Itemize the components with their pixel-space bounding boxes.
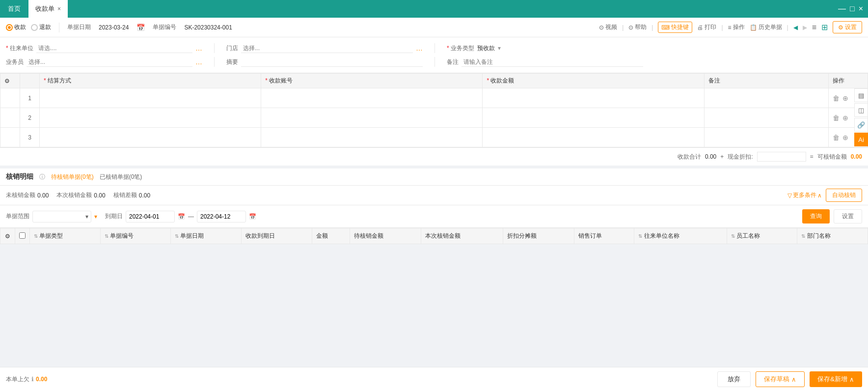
summary-input[interactable] xyxy=(241,57,423,67)
data-table-wrap: ⚙ ⇅ 单据类型 ⇅ 单据编号 xyxy=(0,228,868,244)
current-verification-item: 本次核销金额 0.00 xyxy=(56,191,105,199)
business-type-dropdown-icon[interactable]: ▾ xyxy=(498,45,501,52)
tab-home[interactable]: 首页 xyxy=(0,0,28,18)
form-area: 往来单位 … 门店 … 业务类型 预收款 ▾ 业务员 … xyxy=(0,37,868,73)
row-3-delete-icon[interactable]: 🗑 xyxy=(833,134,840,141)
row-3-settlement[interactable] xyxy=(40,128,261,147)
sort-icon-2[interactable]: ⇅ xyxy=(105,233,108,239)
row-2-copy-icon[interactable]: ⊕ xyxy=(842,114,848,122)
history-btn[interactable]: 📋 历史单据 xyxy=(750,23,782,31)
video-btn[interactable]: ⊙ 视频 xyxy=(599,23,617,31)
auto-verification-btn[interactable]: 自动核销 xyxy=(826,189,862,202)
shortcut-btn[interactable]: ⌨ 快捷键 xyxy=(658,22,692,33)
sort-icon-4[interactable]: ⇅ xyxy=(638,233,642,239)
sidebar-ai-icon[interactable]: Ai xyxy=(854,133,868,146)
operations-btn[interactable]: ≡ 操作 xyxy=(728,23,745,31)
shop-more-icon[interactable]: … xyxy=(416,44,423,52)
tab-receipt[interactable]: 收款单 × xyxy=(28,0,68,18)
window-close-icon[interactable]: × xyxy=(859,4,863,13)
select-all-checkbox[interactable] xyxy=(19,232,26,239)
pending-tab[interactable]: 待核销单据(0笔) xyxy=(51,173,94,181)
row-1-delete-icon[interactable]: 🗑 xyxy=(833,94,840,102)
date-value: 2023-03-24 xyxy=(99,24,129,31)
row-3-account[interactable] xyxy=(261,128,483,147)
discount-input[interactable] xyxy=(757,152,806,162)
row-3-copy-icon[interactable]: ⊕ xyxy=(842,134,848,141)
salesperson-more-icon[interactable]: … xyxy=(195,58,202,66)
row-3-remarks[interactable] xyxy=(704,128,828,147)
list-view-icon[interactable]: ≡ xyxy=(812,23,816,32)
sidebar-table-icon[interactable]: ▤ xyxy=(854,88,868,102)
refund-radio[interactable]: 退款 xyxy=(31,23,51,31)
shop-input[interactable] xyxy=(241,44,413,53)
business-type-field: 业务类型 预收款 ▾ xyxy=(447,44,619,53)
sort-icon-3[interactable]: ⇅ xyxy=(175,233,179,239)
remarks-input[interactable] xyxy=(461,57,643,67)
row-1-settlement[interactable] xyxy=(40,88,261,108)
row-2-delete-icon[interactable]: 🗑 xyxy=(833,114,840,122)
toolbar: 收款 退款 单据日期 2023-03-24 📅 单据编号 SK-20230324… xyxy=(0,18,868,37)
maximize-icon[interactable]: □ xyxy=(850,4,855,13)
calendar-from-icon[interactable]: 📅 xyxy=(178,213,185,220)
refund-radio-label: 退款 xyxy=(39,23,51,31)
form-divider-3 xyxy=(214,57,215,67)
date-separator: — xyxy=(188,213,194,220)
save-draft-btn[interactable]: 保存草稿 ∧ xyxy=(756,371,805,387)
sidebar-link-icon[interactable]: 🔗 xyxy=(854,118,868,132)
sidebar-layout-icon[interactable]: ◫ xyxy=(854,103,868,117)
discard-btn[interactable]: 放弃 xyxy=(717,371,751,387)
date-from-input[interactable] xyxy=(126,211,175,223)
row-2-empty xyxy=(0,108,20,128)
counterpart-more-icon[interactable]: … xyxy=(195,44,202,52)
more-conditions-btn[interactable]: ▽ 更多条件 ∧ xyxy=(787,191,822,199)
verification-section: 核销明细 ⓘ 待核销单据(0笔) 已核销单据(0笔) 未核销金额 0.00 本次… xyxy=(0,168,868,244)
checkbox-th[interactable] xyxy=(15,228,30,244)
tab-receipt-label: 收款单 xyxy=(35,4,54,13)
sort-icon[interactable]: ⇅ xyxy=(34,233,38,239)
range-dropdown-icon[interactable]: ▾ xyxy=(94,213,97,220)
verification-info-icon[interactable]: ⓘ xyxy=(39,173,45,181)
footer-info-icon[interactable]: ℹ xyxy=(31,376,34,383)
table-row: 3 🗑 ⊕ xyxy=(0,128,868,147)
prev-icon[interactable]: ◀ xyxy=(793,24,798,31)
next-icon[interactable]: ▶ xyxy=(803,24,807,31)
row-1-remarks[interactable] xyxy=(704,88,828,108)
settings-col-header[interactable]: ⚙ xyxy=(0,74,20,88)
row-2-account[interactable] xyxy=(261,108,483,128)
setting-button[interactable]: ⚙ 设置 xyxy=(833,21,862,33)
range-select[interactable] xyxy=(32,211,91,223)
save-new-btn[interactable]: 保存&新增 ∧ xyxy=(810,371,862,387)
help-btn[interactable]: ⊙ 帮助 xyxy=(628,23,647,31)
settings-th[interactable]: ⚙ xyxy=(0,228,15,244)
sort-icon-5[interactable]: ⇅ xyxy=(731,233,735,239)
date-to-input[interactable] xyxy=(197,211,246,223)
query-btn[interactable]: 查询 xyxy=(802,209,830,223)
counterpart-input[interactable] xyxy=(36,44,192,53)
row-2-settlement[interactable] xyxy=(40,108,261,128)
print-btn[interactable]: 🖨 打印 xyxy=(697,23,716,31)
minimize-icon[interactable]: — xyxy=(838,4,846,13)
table-settings-icon[interactable]: ⚙ xyxy=(4,78,10,84)
verified-tab[interactable]: 已核销单据(0笔) xyxy=(100,173,142,181)
row-2-amount[interactable] xyxy=(483,108,704,128)
sort-icon-6[interactable]: ⇅ xyxy=(801,233,805,239)
filter-setting-btn[interactable]: 设置 xyxy=(834,209,862,223)
diff-item: 核销差额 0.00 xyxy=(113,191,150,199)
tab-close-icon[interactable]: × xyxy=(57,5,61,12)
form-divider-2 xyxy=(434,43,435,53)
row-2-remarks[interactable] xyxy=(704,108,828,128)
row-1-account[interactable] xyxy=(261,88,483,108)
row-3-amount[interactable] xyxy=(483,128,704,147)
calendar-to-icon[interactable]: 📅 xyxy=(249,213,256,220)
settlement-col-header: 结算方式 xyxy=(40,74,261,88)
receipt-radio[interactable]: 收款 xyxy=(6,23,26,31)
form-row-2: 业务员 … 摘要 备注 xyxy=(6,55,862,69)
calendar-icon[interactable]: 📅 xyxy=(136,24,145,31)
remarks-field: 备注 xyxy=(447,57,643,67)
counterpart-label: 往来单位 xyxy=(6,44,33,53)
salesperson-input[interactable] xyxy=(27,57,192,67)
row-1-amount[interactable] xyxy=(483,88,704,108)
grid-view-icon[interactable]: ⊞ xyxy=(821,23,828,32)
row-1-copy-icon[interactable]: ⊕ xyxy=(842,94,848,102)
table2-settings-icon[interactable]: ⚙ xyxy=(5,233,10,240)
